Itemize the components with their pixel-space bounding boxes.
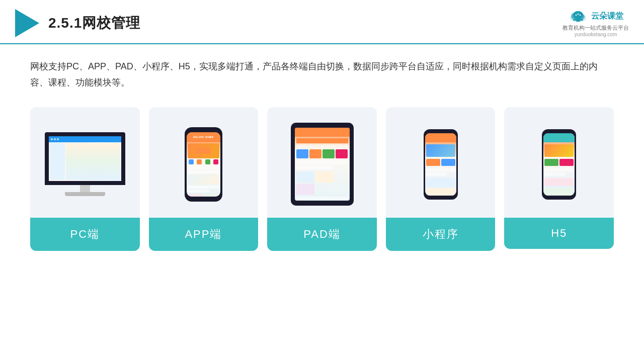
svg-point-7: [578, 14, 579, 15]
logo-icon: [15, 9, 39, 37]
cards-row: PC端 职进人的第一堂兴趣课: [30, 107, 614, 251]
brand-logo: 云朵课堂: [568, 9, 623, 23]
svg-rect-5: [576, 21, 580, 22]
card-app-image: 职进人的第一堂兴趣课: [149, 107, 259, 218]
card-app: 职进人的第一堂兴趣课: [149, 107, 259, 251]
cloud-logo-icon: [568, 9, 588, 23]
card-miniapp: 小程序: [386, 107, 496, 251]
card-h5-label: H5: [504, 218, 614, 249]
app-phone-icon: 职进人的第一堂兴趣课: [185, 127, 222, 202]
svg-point-6: [576, 15, 577, 16]
svg-rect-4: [573, 19, 583, 21]
svg-rect-9: [196, 148, 211, 154]
card-pad-label: PAD端: [267, 218, 377, 251]
card-pad-image: [267, 107, 377, 218]
brand-tagline: 教育机构一站式服务云平台: [562, 24, 629, 32]
card-pc: PC端: [30, 107, 140, 251]
page-title: 2.5.1网校管理: [48, 14, 140, 33]
card-pc-label: PC端: [30, 218, 140, 251]
card-app-label: APP端: [149, 218, 259, 251]
brand-name: 云朵课堂: [591, 11, 623, 22]
svg-point-8: [580, 15, 581, 16]
pad-tablet-icon: [291, 123, 354, 206]
card-h5: H5: [504, 107, 614, 249]
card-pc-image: [30, 107, 140, 218]
description-text: 网校支持PC、APP、PAD、小程序、H5，实现多端打通，产品各终端自由切换，数…: [30, 58, 614, 91]
brand-url: yunduoketang.com: [575, 32, 617, 37]
brand-area: 云朵课堂 教育机构一站式服务云平台 yunduoketang.com: [562, 9, 629, 37]
header: 2.5.1网校管理 云朵课堂 教育机构一站式服务云平台 yunduoketang…: [0, 0, 644, 44]
header-left: 2.5.1网校管理: [15, 9, 140, 37]
pc-monitor-icon: [45, 132, 125, 196]
card-h5-image: [504, 107, 614, 218]
svg-point-3: [573, 11, 583, 19]
card-miniapp-label: 小程序: [386, 218, 496, 251]
card-pad: PAD端: [267, 107, 377, 251]
card-miniapp-image: [386, 107, 496, 218]
h5-phone-icon: [542, 129, 576, 200]
main-content: 网校支持PC、APP、PAD、小程序、H5，实现多端打通，产品各终端自由切换，数…: [0, 44, 644, 261]
miniapp-phone-icon: [424, 129, 458, 200]
